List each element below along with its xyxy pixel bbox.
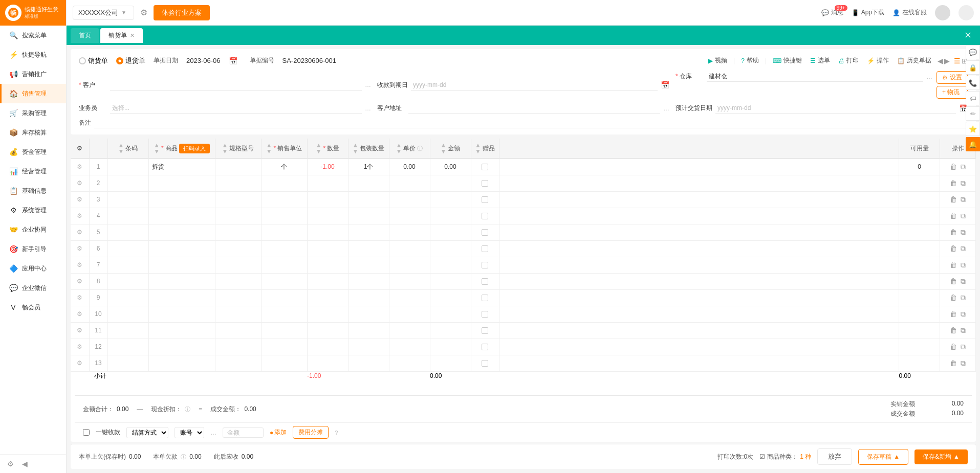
cell-qty-5[interactable] [307, 224, 348, 240]
cell-product-9[interactable] [148, 289, 215, 306]
warehouse-dots[interactable]: … [926, 73, 932, 80]
warehouse-input[interactable] [707, 71, 923, 82]
collapse-icon[interactable]: ◀ [22, 460, 28, 468]
sidebar-item-operations[interactable]: 📊 经营管理 [0, 162, 66, 181]
expected-delivery-input[interactable] [715, 103, 956, 114]
th-spec[interactable]: ▲▼ 规格型号 [215, 139, 261, 159]
sidebar-item-guide[interactable]: 🎯 新手引导 [0, 239, 66, 259]
cell-barcode-7[interactable] [107, 257, 148, 273]
cell-spec-9[interactable] [215, 289, 261, 306]
customer-input[interactable] [110, 80, 362, 91]
gift-checkbox-3[interactable] [482, 196, 488, 203]
cell-amount-8[interactable] [430, 273, 471, 289]
gift-checkbox-7[interactable] [482, 262, 488, 268]
copy-icon-1[interactable]: ⧉ [961, 163, 966, 171]
app-download-btn[interactable]: 📱 App下载 [852, 8, 884, 17]
cell-unit-8[interactable] [261, 273, 307, 289]
cell-barcode-5[interactable] [107, 224, 148, 240]
delete-icon-12[interactable]: 🗑 [950, 343, 957, 351]
cell-spec-8[interactable] [215, 273, 261, 289]
th-amount[interactable]: ▲▼ 金额 [430, 139, 471, 159]
cell-qty-4[interactable] [307, 208, 348, 224]
cell-qty-6[interactable] [307, 240, 348, 257]
message-btn[interactable]: 💬 消息 99+ [821, 8, 843, 17]
account-select[interactable]: 账号 [175, 427, 204, 438]
cell-amount-7[interactable] [430, 257, 471, 273]
cell-price-2[interactable] [389, 175, 430, 191]
delete-icon-8[interactable]: 🗑 [950, 277, 957, 285]
cell-qty-9[interactable] [307, 289, 348, 306]
delete-icon-2[interactable]: 🗑 [950, 179, 957, 187]
collection-calendar-icon[interactable]: 📅 [661, 81, 669, 89]
cell-product-12[interactable] [148, 339, 215, 355]
copy-icon-7[interactable]: ⧉ [961, 261, 966, 269]
panel-phone-btn[interactable]: 📞 [966, 76, 980, 90]
delete-icon-9[interactable]: 🗑 [950, 294, 957, 302]
th-gift[interactable]: ▲▼ 赠品 [471, 139, 499, 159]
cell-spec-10[interactable] [215, 306, 261, 322]
cell-spec-2[interactable] [215, 175, 261, 191]
cell-barcode-13[interactable] [107, 355, 148, 371]
date-calendar-icon[interactable]: 📅 [229, 57, 237, 65]
cell-amount-11[interactable] [430, 322, 471, 339]
cell-price-12[interactable] [389, 339, 430, 355]
cell-spec-7[interactable] [215, 257, 261, 273]
cell-gift-4[interactable] [471, 208, 499, 224]
cell-product-5[interactable] [148, 224, 215, 240]
cell-barcode-8[interactable] [107, 273, 148, 289]
next-arrow[interactable]: ▶ [944, 57, 950, 65]
sidebar-item-marketing[interactable]: 📢 营销推广 [0, 64, 66, 84]
cell-barcode-2[interactable] [107, 175, 148, 191]
action-btn[interactable]: ⚡ 操作 [865, 55, 891, 66]
gift-checkbox-10[interactable] [482, 311, 488, 318]
settings-icon[interactable]: ⚙ [7, 460, 14, 468]
delete-icon-4[interactable]: 🗑 [950, 212, 957, 220]
cell-unit-13[interactable] [261, 355, 307, 371]
trial-button[interactable]: 体验行业方案 [154, 5, 210, 20]
sidebar-item-enterprise[interactable]: 🤝 企业协同 [0, 220, 66, 239]
save-new-button[interactable]: 保存&新增 ▲ [914, 449, 968, 464]
collection-date-input[interactable] [411, 80, 658, 91]
th-price[interactable]: ▲▼ 单价 ⓘ [389, 139, 430, 159]
cell-amount-13[interactable] [430, 355, 471, 371]
cell-unit-6[interactable] [261, 240, 307, 257]
topbar-gear-icon[interactable]: ⚙ [138, 6, 149, 19]
cell-unit-4[interactable] [261, 208, 307, 224]
cell-packqty-10[interactable] [348, 306, 389, 322]
cell-unit-9[interactable] [261, 289, 307, 306]
cell-price-8[interactable] [389, 273, 430, 289]
cell-product-8[interactable] [148, 273, 215, 289]
cell-gift-8[interactable] [471, 273, 499, 289]
customer-address-input[interactable] [408, 103, 660, 114]
logistics-button[interactable]: + 物流 [937, 86, 968, 99]
cell-barcode-4[interactable] [107, 208, 148, 224]
cell-spec-3[interactable] [215, 191, 261, 208]
video-btn[interactable]: ▶ 视频 [706, 55, 729, 66]
th-barcode[interactable]: ▲▼ 条码 [107, 139, 148, 159]
remarks-input[interactable] [94, 118, 968, 128]
cell-packqty-5[interactable] [348, 224, 389, 240]
gift-checkbox-8[interactable] [482, 278, 488, 285]
cell-packqty-3[interactable] [348, 191, 389, 208]
cell-product-3[interactable] [148, 191, 215, 208]
th-product[interactable]: ▲▼ * 商品 扫码录入 [148, 139, 215, 159]
cell-product-13[interactable] [148, 355, 215, 371]
cell-barcode-10[interactable] [107, 306, 148, 322]
cell-amount-4[interactable] [430, 208, 471, 224]
cell-amount-1[interactable]: 0.00 [430, 159, 471, 175]
sidebar-item-quick-nav[interactable]: ⚡ 快捷导航 [0, 45, 66, 64]
delete-icon-6[interactable]: 🗑 [950, 244, 957, 253]
radio-sales[interactable]: 销货单 [79, 56, 108, 65]
cell-spec-1[interactable] [215, 159, 261, 175]
copy-icon-2[interactable]: ⧉ [961, 179, 966, 187]
cell-barcode-11[interactable] [107, 322, 148, 339]
copy-icon-9[interactable]: ⧉ [961, 294, 966, 302]
cell-gift-2[interactable] [471, 175, 499, 191]
salesperson-input[interactable] [110, 103, 362, 114]
cell-qty-12[interactable] [307, 339, 348, 355]
sidebar-item-appstore[interactable]: 🔷 应用中心 [0, 259, 66, 278]
cell-price-1[interactable]: 0.00 [389, 159, 430, 175]
gift-checkbox-6[interactable] [482, 245, 488, 252]
cell-amount-3[interactable] [430, 191, 471, 208]
cell-gift-9[interactable] [471, 289, 499, 306]
